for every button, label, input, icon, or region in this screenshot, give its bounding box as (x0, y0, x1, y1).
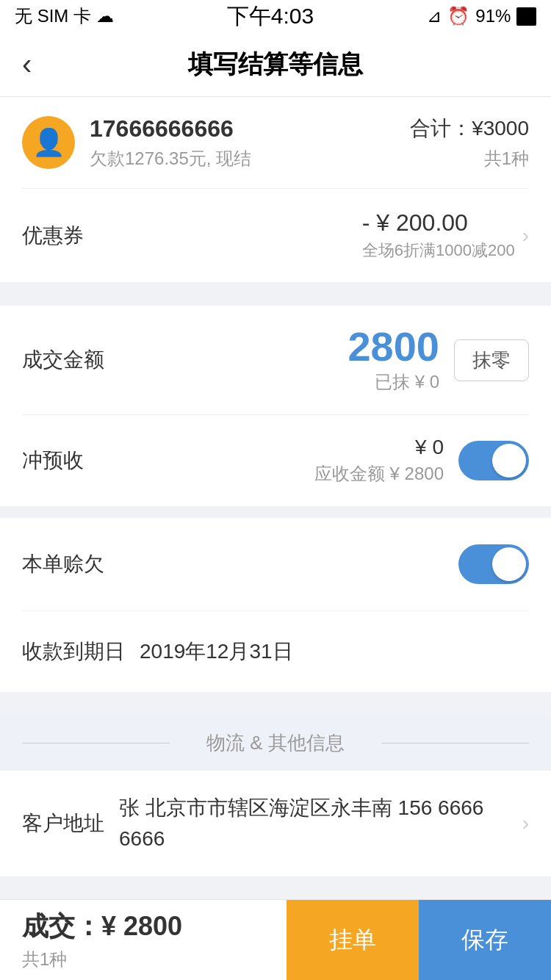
user-row: 👤 17666666666 欠款1276.35元, 现结 合计：¥3000 共1… (22, 97, 529, 188)
sim-status: 无 SIM 卡 ☁ (15, 4, 114, 28)
coupon-desc: 全场6折满1000减200 (362, 239, 515, 262)
chevron-right-icon: › (522, 224, 529, 248)
prepay-sub: 应收金额 ¥ 2800 (314, 462, 444, 486)
address-chevron-icon: › (522, 812, 529, 835)
logistics-separator (0, 704, 551, 716)
back-button[interactable]: ‹ (22, 48, 32, 81)
prepay-row: 冲预收 ¥ 0 应收金额 ¥ 2800 (22, 414, 529, 506)
nav-bar: ‹ 填写结算等信息 (0, 32, 551, 97)
user-info: 17666666666 欠款1276.35元, 现结 (90, 115, 251, 170)
coupon-row[interactable]: 优惠券 - ¥ 200.00 全场6折满1000减200 › (22, 189, 529, 282)
bottom-deal-amount: ¥ 2800 (101, 911, 182, 941)
deal-label: 成交金额 (22, 346, 104, 374)
coupon-right-text: - ¥ 200.00 全场6折满1000减200 (362, 209, 515, 262)
user-card: 👤 17666666666 欠款1276.35元, 现结 合计：¥3000 共1… (0, 97, 551, 282)
address-value: 张 北京市市辖区海淀区永丰南 156 6666 6666 (119, 793, 508, 854)
address-section: 客户地址 张 北京市市辖区海淀区永丰南 156 6666 6666 › (0, 771, 551, 876)
address-label: 客户地址 (22, 810, 104, 837)
location-icon: ⊿ (427, 6, 442, 26)
user-sub: 欠款1276.35元, 现结 (90, 147, 251, 170)
user-phone: 17666666666 (90, 115, 251, 143)
coupon-discount: - ¥ 200.00 (362, 209, 515, 237)
total-amount: 合计：¥3000 (410, 115, 529, 143)
avatar: 👤 (22, 116, 75, 169)
hang-button[interactable]: 挂单 (287, 900, 419, 981)
logistics-line-left (22, 743, 170, 743)
bottom-summary: 成交：¥ 2800 共1种 (0, 909, 287, 971)
prepay-amount-block: ¥ 0 应收金额 ¥ 2800 (314, 436, 444, 486)
due-date-value: 2019年12月31日 (140, 638, 293, 666)
bottom-deal-row: 成交：¥ 2800 (22, 909, 264, 945)
coupon-label: 优惠券 (22, 222, 84, 250)
prepay-toggle[interactable] (458, 441, 529, 480)
page-title: 填写结算等信息 (188, 48, 363, 82)
status-left: 无 SIM 卡 ☁ (15, 4, 114, 28)
address-row[interactable]: 客户地址 张 北京市市辖区海淀区永丰南 156 6666 6666 › (22, 771, 529, 876)
battery-icon: ▓ (516, 7, 536, 26)
toggle-knob (492, 444, 526, 478)
prepay-right: ¥ 0 应收金额 ¥ 2800 (314, 436, 529, 486)
user-total: 合计：¥3000 共1种 (410, 115, 529, 170)
status-right: ⊿ ⏰ 91% ▓ (427, 6, 536, 26)
prepay-amount: ¥ 0 (314, 436, 444, 459)
bottom-deal-label: 成交： (22, 911, 101, 941)
deal-amount: 2800 (347, 326, 439, 367)
status-bar: 无 SIM 卡 ☁ 下午4:03 ⊿ ⏰ 91% ▓ (0, 0, 551, 32)
round-button[interactable]: 抹零 (454, 339, 529, 381)
logistics-title: 物流 & 其他信息 (206, 730, 345, 756)
alarm-icon: ⏰ (447, 6, 469, 26)
deal-row: 成交金额 2800 已抹 ¥ 0 抹零 (22, 306, 529, 414)
bad-debt-section: 本单赊欠 收款到期日 2019年12月31日 (0, 518, 551, 692)
save-button[interactable]: 保存 (419, 900, 551, 981)
coupon-right: - ¥ 200.00 全场6折满1000减200 › (362, 209, 529, 262)
bad-debt-row: 本单赊欠 (22, 518, 529, 610)
bottom-count: 共1种 (22, 948, 264, 971)
section-separator (0, 294, 551, 306)
logistics-line-right (381, 743, 529, 743)
due-date-label: 收款到期日 (22, 638, 125, 666)
section-separator-2 (0, 506, 551, 518)
deal-right: 2800 已抹 ¥ 0 抹零 (347, 326, 529, 394)
due-date-row: 收款到期日 2019年12月31日 (22, 611, 529, 692)
battery-level: 91% (475, 6, 511, 26)
bottom-bar: 成交：¥ 2800 共1种 挂单 保存 (0, 899, 551, 980)
prepay-label: 冲预收 (22, 447, 84, 475)
bad-debt-toggle-knob (492, 547, 526, 581)
deal-amount-block: 2800 已抹 ¥ 0 (347, 326, 439, 394)
item-count: 共1种 (410, 147, 529, 170)
bad-debt-toggle[interactable] (458, 544, 529, 584)
status-time: 下午4:03 (227, 1, 314, 32)
deal-section: 成交金额 2800 已抹 ¥ 0 抹零 冲预收 ¥ 0 应收金额 ¥ 2800 (0, 306, 551, 506)
bad-debt-label: 本单赊欠 (22, 550, 104, 578)
main-content: 👤 17666666666 欠款1276.35元, 现结 合计：¥3000 共1… (0, 97, 551, 980)
user-left: 👤 17666666666 欠款1276.35元, 现结 (22, 115, 251, 170)
deal-sub: 已抹 ¥ 0 (347, 370, 439, 394)
logistics-header: 物流 & 其他信息 (0, 716, 551, 771)
